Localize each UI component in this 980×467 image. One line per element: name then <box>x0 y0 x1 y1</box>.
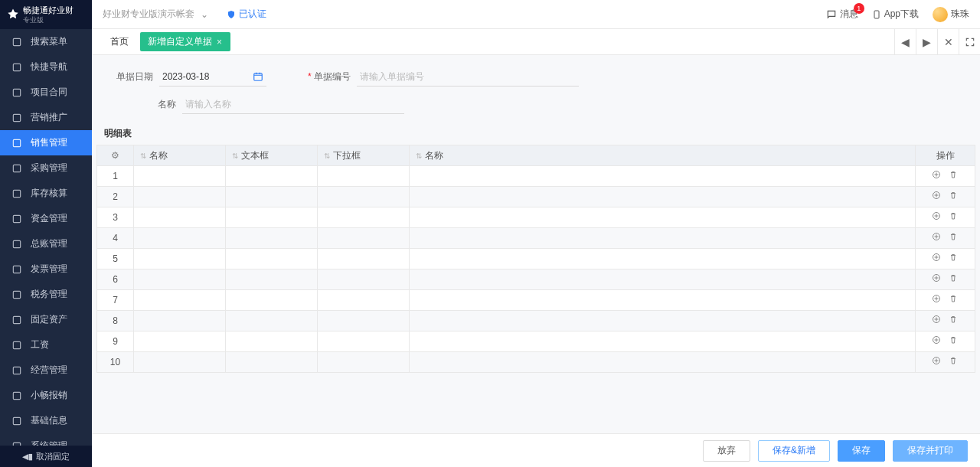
cell-name1[interactable] <box>134 290 226 311</box>
delete-row-icon[interactable] <box>949 315 959 325</box>
table-row[interactable]: 3 <box>97 207 975 228</box>
sidebar-item-6[interactable]: 库存核算 <box>0 181 92 206</box>
table-row[interactable]: 4 <box>97 228 975 249</box>
cell-dropdown[interactable] <box>318 228 410 249</box>
col-textbox[interactable]: ⇅文本框 <box>226 145 318 166</box>
table-row[interactable]: 10 <box>97 352 975 373</box>
cell-dropdown[interactable] <box>318 331 410 352</box>
sidebar-item-8[interactable]: 总账管理 <box>0 231 92 256</box>
sidebar-item-10[interactable]: 税务管理 <box>0 282 92 307</box>
cell-name2[interactable] <box>410 352 916 373</box>
col-settings[interactable]: ⚙ <box>97 145 134 166</box>
table-row[interactable]: 2 <box>97 187 975 207</box>
cell-name1[interactable] <box>134 166 226 187</box>
tab-home[interactable]: 首页 <box>100 29 140 54</box>
sidebar-item-9[interactable]: 发票管理 <box>0 256 92 282</box>
sidebar-item-12[interactable]: 工资 <box>0 332 92 358</box>
app-download-button[interactable]: App下载 <box>872 8 919 21</box>
add-row-icon[interactable] <box>932 170 942 181</box>
sidebar-item-2[interactable]: 项目合同 <box>0 80 92 105</box>
cell-name2[interactable] <box>410 290 916 311</box>
cell-name1[interactable] <box>134 269 226 290</box>
add-row-icon[interactable] <box>932 191 942 201</box>
table-row[interactable]: 5 <box>97 249 975 269</box>
sidebar-item-0[interactable]: 搜索菜单 <box>0 29 92 54</box>
sidebar-item-3[interactable]: 营销推广 <box>0 105 92 130</box>
sidebar-item-4[interactable]: 销售管理 <box>0 130 92 155</box>
cell-name2[interactable] <box>410 331 916 352</box>
save-and-new-button[interactable]: 保存&新增 <box>758 440 830 462</box>
tab-close-all-button[interactable]: ✕ <box>937 29 959 55</box>
table-row[interactable]: 6 <box>97 269 975 290</box>
cell-textbox[interactable] <box>226 166 318 187</box>
cell-textbox[interactable] <box>226 228 318 249</box>
cell-name2[interactable] <box>410 311 916 331</box>
cell-name1[interactable] <box>134 207 226 228</box>
add-row-icon[interactable] <box>932 253 942 263</box>
user-menu[interactable]: 珠珠 <box>933 7 969 22</box>
cell-dropdown[interactable] <box>318 187 410 207</box>
name-input[interactable] <box>182 94 404 114</box>
cell-name2[interactable] <box>410 187 916 207</box>
delete-row-icon[interactable] <box>949 356 959 367</box>
messages-button[interactable]: 消息 1 <box>826 8 858 21</box>
delete-row-icon[interactable] <box>949 232 959 243</box>
cell-name1[interactable] <box>134 331 226 352</box>
add-row-icon[interactable] <box>932 211 942 222</box>
table-row[interactable]: 8 <box>97 311 975 331</box>
sidebar-item-1[interactable]: 快捷导航 <box>0 54 92 80</box>
cell-textbox[interactable] <box>226 269 318 290</box>
sidebar-item-7[interactable]: 资金管理 <box>0 206 92 231</box>
delete-row-icon[interactable] <box>949 211 959 222</box>
cell-name2[interactable] <box>410 249 916 269</box>
cell-name1[interactable] <box>134 187 226 207</box>
cell-name1[interactable] <box>134 249 226 269</box>
cell-dropdown[interactable] <box>318 207 410 228</box>
cell-textbox[interactable] <box>226 187 318 207</box>
cell-name1[interactable] <box>134 311 226 331</box>
cell-name2[interactable] <box>410 207 916 228</box>
account-selector[interactable]: 好业财专业版演示帐套 ⌄ <box>103 8 208 21</box>
sidebar-item-14[interactable]: 小畅报销 <box>0 383 92 408</box>
add-row-icon[interactable] <box>932 294 942 305</box>
cell-textbox[interactable] <box>226 290 318 311</box>
delete-row-icon[interactable] <box>949 191 959 201</box>
cell-dropdown[interactable] <box>318 311 410 331</box>
sidebar-item-11[interactable]: 固定资产 <box>0 307 92 332</box>
no-input[interactable] <box>357 67 579 87</box>
delete-row-icon[interactable] <box>949 170 959 181</box>
cell-name1[interactable] <box>134 352 226 373</box>
cell-name1[interactable] <box>134 228 226 249</box>
fullscreen-button[interactable] <box>959 29 980 55</box>
delete-row-icon[interactable] <box>949 294 959 305</box>
tab-new-form[interactable]: 新增自定义单据 × <box>140 32 230 51</box>
cell-textbox[interactable] <box>226 207 318 228</box>
sidebar-item-15[interactable]: 基础信息 <box>0 408 92 433</box>
close-icon[interactable]: × <box>217 37 222 47</box>
cell-textbox[interactable] <box>226 331 318 352</box>
date-input[interactable]: 2023-03-18 <box>159 67 266 87</box>
tab-next-button[interactable]: ▶ <box>916 29 937 55</box>
tab-prev-button[interactable]: ◀ <box>894 29 916 55</box>
sidebar-toggle-pin[interactable]: ◀▮ 取消固定 <box>0 446 92 467</box>
delete-row-icon[interactable] <box>949 273 959 284</box>
cell-dropdown[interactable] <box>318 352 410 373</box>
col-name1[interactable]: ⇅名称 <box>134 145 226 166</box>
add-row-icon[interactable] <box>932 335 942 346</box>
table-row[interactable]: 1 <box>97 166 975 187</box>
cell-textbox[interactable] <box>226 352 318 373</box>
sidebar-item-16[interactable]: 系统管理 <box>0 433 92 446</box>
sidebar-item-13[interactable]: 经营管理 <box>0 358 92 383</box>
table-row[interactable]: 9 <box>97 331 975 352</box>
cell-dropdown[interactable] <box>318 249 410 269</box>
discard-button[interactable]: 放弃 <box>703 440 750 462</box>
delete-row-icon[interactable] <box>949 253 959 263</box>
cell-textbox[interactable] <box>226 311 318 331</box>
col-name2[interactable]: ⇅名称 <box>410 145 916 166</box>
add-row-icon[interactable] <box>932 273 942 284</box>
add-row-icon[interactable] <box>932 356 942 367</box>
save-button[interactable]: 保存 <box>838 440 885 462</box>
cell-dropdown[interactable] <box>318 269 410 290</box>
add-row-icon[interactable] <box>932 315 942 325</box>
cell-name2[interactable] <box>410 269 916 290</box>
